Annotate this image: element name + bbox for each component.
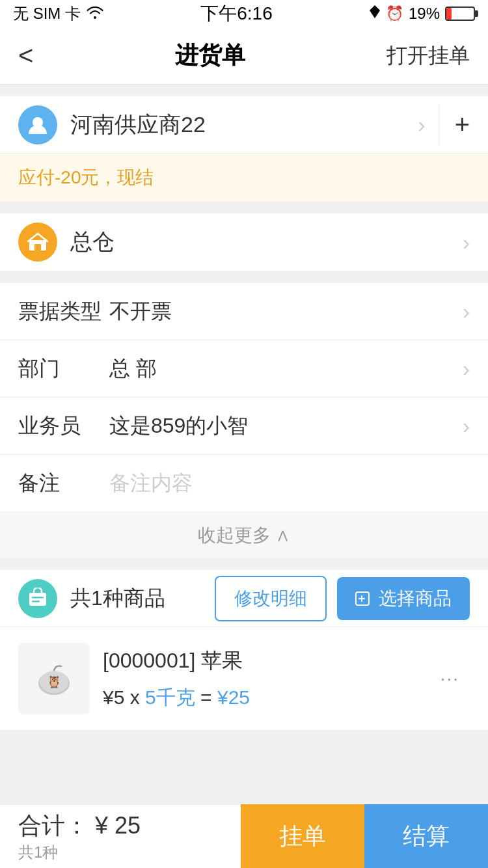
product-icon — [18, 579, 57, 618]
product-more-button[interactable]: ··· — [430, 663, 470, 694]
settle-button[interactable]: 结算 — [364, 804, 488, 868]
section-gap-3 — [0, 271, 488, 282]
product-price: ¥5 x 5千克 = ¥25 — [103, 685, 430, 711]
add-supplier-button[interactable]: + — [439, 105, 470, 144]
total-amount: 合计： ¥ 25 — [18, 810, 223, 842]
total-label: 合计： — [18, 812, 88, 839]
supplier-chevron-icon: › — [418, 112, 425, 137]
battery-percent: 19% — [409, 5, 440, 23]
invoice-row[interactable]: 票据类型 不开票 › — [0, 282, 488, 340]
product-title: 苹果 — [201, 649, 243, 672]
collapse-button[interactable]: 收起更多 ∧ — [0, 511, 488, 558]
product-code: [0000001] — [103, 649, 195, 672]
supplier-avatar — [18, 105, 57, 144]
open-pending-button[interactable]: 打开挂单 — [386, 42, 470, 70]
total-section: 合计： ¥ 25 共1种 — [0, 804, 241, 868]
sales-value: 这是859的小智 — [109, 412, 463, 441]
invoice-label: 票据类型 — [18, 297, 109, 326]
battery-icon — [445, 7, 475, 21]
nav-bar: < 进货单 打开挂单 — [0, 27, 488, 85]
item-total: ¥25 — [217, 686, 250, 708]
warehouse-section: 总仓 › — [0, 213, 488, 271]
dept-label: 部门 — [18, 355, 109, 383]
svg-text:🦉: 🦉 — [47, 675, 62, 689]
section-gap-2 — [0, 202, 488, 213]
remark-row[interactable]: 备注 备注内容 — [0, 454, 488, 511]
remark-input[interactable]: 备注内容 — [109, 469, 470, 498]
payment-hint: 应付-20元，现结 — [0, 154, 488, 202]
select-product-label: 选择商品 — [379, 586, 452, 611]
sales-label: 业务员 — [18, 412, 109, 441]
sales-chevron-icon: › — [463, 413, 470, 439]
svg-rect-2 — [34, 244, 41, 251]
status-time: 下午6:16 — [200, 1, 273, 26]
alarm-icon: ⏰ — [386, 5, 403, 22]
pending-button[interactable]: 挂单 — [241, 804, 364, 868]
supplier-name: 河南供应商22 — [70, 110, 418, 140]
product-count: 共1种商品 — [70, 584, 215, 613]
remark-label: 备注 — [18, 469, 109, 498]
dept-row[interactable]: 部门 总 部 › — [0, 340, 488, 397]
total-count: 共1种 — [18, 842, 223, 863]
page-title: 进货单 — [175, 40, 245, 72]
svg-rect-4 — [32, 597, 44, 599]
sales-row[interactable]: 业务员 这是859的小智 › — [0, 397, 488, 454]
section-gap-4 — [0, 558, 488, 570]
modify-detail-button[interactable]: 修改明细 — [215, 576, 327, 621]
svg-rect-3 — [29, 593, 46, 606]
select-product-button[interactable]: 选择商品 — [337, 577, 470, 620]
warehouse-chevron-icon: › — [463, 230, 470, 255]
status-bar: 无 SIM 卡 下午6:16 ⏰ 19% — [0, 0, 488, 27]
invoice-value: 不开票 — [109, 297, 463, 326]
form-section: 票据类型 不开票 › 部门 总 部 › 业务员 这是859的小智 › 备注 备注… — [0, 282, 488, 511]
warehouse-name: 总仓 — [70, 227, 463, 257]
dept-chevron-icon: › — [463, 356, 470, 381]
bottom-spacer — [0, 731, 488, 794]
bottom-bar: 合计： ¥ 25 共1种 挂单 结算 — [0, 804, 488, 868]
warehouse-row[interactable]: 总仓 › — [0, 213, 488, 271]
warehouse-icon — [18, 223, 57, 262]
invoice-chevron-icon: › — [463, 299, 470, 324]
total-value: ¥ 25 — [95, 812, 141, 839]
quantity: 5千克 — [145, 686, 195, 708]
product-header: 共1种商品 修改明细 选择商品 — [0, 570, 488, 627]
unit-price: ¥5 — [103, 686, 124, 708]
product-name: [0000001] 苹果 — [103, 647, 430, 675]
location-icon — [369, 5, 381, 23]
dept-value: 总 部 — [109, 355, 463, 383]
status-right: ⏰ 19% — [369, 5, 475, 23]
product-thumbnail: 🦉 — [18, 643, 90, 714]
product-item: 🦉 [0000001] 苹果 ¥5 x 5千克 = ¥25 ··· — [0, 627, 488, 731]
supplier-section: 河南供应商22 › + 应付-20元，现结 — [0, 96, 488, 202]
supplier-row[interactable]: 河南供应商22 › + — [0, 96, 488, 154]
product-info: [0000001] 苹果 ¥5 x 5千克 = ¥25 — [103, 647, 430, 711]
section-gap-1 — [0, 85, 488, 96]
status-left: 无 SIM 卡 — [13, 3, 104, 24]
svg-rect-5 — [32, 601, 40, 603]
carrier-text: 无 SIM 卡 — [13, 3, 81, 24]
wifi-icon — [86, 5, 104, 23]
back-button[interactable]: < — [18, 41, 33, 70]
